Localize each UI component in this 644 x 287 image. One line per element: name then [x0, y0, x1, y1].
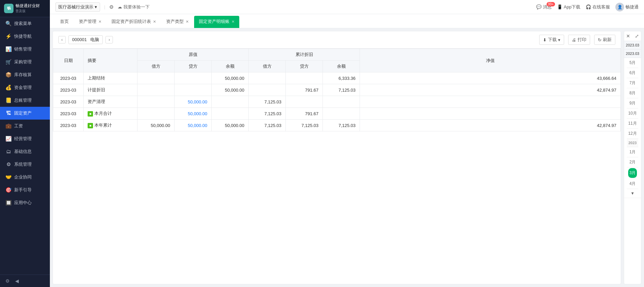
prev-asset-btn[interactable]: ‹ [58, 36, 66, 43]
sidebar-item-ledger[interactable]: 📒 总账管理 [0, 94, 50, 107]
sidebar-item-basic-info[interactable]: 🗂 基础信息 [0, 145, 50, 158]
table-row: 2023-03■本年累计50,000.0050,000.0050,000.007… [53, 120, 621, 131]
timeline-item[interactable]: 10月 [627, 108, 639, 119]
timeline-item[interactable]: 11月 [627, 119, 639, 129]
guide-icon: 🎯 [5, 187, 11, 193]
cell-accum-debit: 7,125.03 [249, 120, 286, 131]
cell-orig-balance [212, 96, 249, 108]
cell-orig-debit [137, 108, 175, 120]
sidebar-item-system[interactable]: ⚙ 系统管理 [0, 158, 50, 171]
close-panel-icon[interactable]: ✕ [625, 33, 632, 39]
sidebar-item-purchase[interactable]: 🛒 采购管理 [0, 56, 50, 68]
sidebar-logo: 畅 畅捷通好业财 普及版 [0, 0, 50, 17]
sidebar-item-sales[interactable]: 📊 销售管理 [0, 43, 50, 56]
sidebar-item-label: 资金管理 [14, 85, 32, 91]
cell-orig-credit [175, 84, 212, 96]
header-accum-balance: 余额 [323, 61, 360, 72]
sidebar-item-quick-nav[interactable]: ⚡ 快捷导航 [0, 30, 50, 43]
user-avatar-area[interactable]: 👤 畅捷通 [615, 3, 639, 11]
cell-orig-credit [175, 72, 212, 84]
app-center-icon: 🔲 [5, 200, 11, 206]
timeline-item[interactable]: 12月 [627, 129, 639, 139]
cell-net-value [360, 108, 621, 120]
sidebar-item-label: 基础信息 [14, 149, 32, 155]
header-original-value: 原值 [137, 49, 249, 61]
sidebar-collapse-icon[interactable]: ◀ [15, 278, 19, 284]
sidebar-item-app-center[interactable]: 🔲 应用中心 [0, 196, 50, 209]
quick-nav-icon: ⚡ [5, 33, 11, 39]
sidebar-item-guide[interactable]: 🎯 新手引导 [0, 184, 50, 196]
cell-accum-credit: 791.67 [286, 84, 323, 96]
cell-accum-balance: 6,333.36 [323, 72, 360, 84]
sidebar-item-inventory[interactable]: 📦 库存核算 [0, 68, 50, 81]
download-btn[interactable]: ⬇ 下载 ▾ [539, 35, 564, 45]
header-net-value: 净值 [360, 49, 621, 72]
topbar-settings-icon[interactable]: ⚙ [109, 4, 114, 10]
sidebar-settings-icon[interactable]: ⚙ [5, 278, 10, 284]
app-download-btn[interactable]: 📱 App下载 [557, 4, 580, 10]
sidebar-item-label: 总账管理 [14, 97, 32, 103]
topbar-experience[interactable]: ☁ 我要体验一下 [118, 4, 150, 10]
timeline-item[interactable]: 9月 [627, 98, 639, 108]
tab-asset-management[interactable]: 资产管理 ✕ [74, 16, 106, 28]
cell-orig-debit [137, 72, 175, 84]
tab-close-icon[interactable]: ✕ [98, 20, 101, 24]
timeline-item[interactable]: 4月 [627, 179, 639, 189]
timeline-item[interactable]: 1月 [627, 147, 639, 157]
timeline-item[interactable]: 5月 [627, 58, 639, 68]
asset-code: 000001 电脑 [68, 35, 103, 44]
sidebar-item-label: 系统管理 [14, 161, 32, 167]
tab-home[interactable]: 首页 [55, 16, 73, 28]
sidebar-item-salary[interactable]: 💼 工资 [0, 120, 50, 132]
cell-net-value: 43,666.64 [360, 72, 621, 84]
app-edition: 普及版 [16, 9, 40, 13]
refresh-btn[interactable]: ↻ 刷新 [594, 35, 615, 45]
cell-orig-credit: 50,000.00 [175, 96, 212, 108]
timeline-expand-btn[interactable]: ▼ [624, 189, 641, 198]
tab-close-icon[interactable]: ✕ [232, 20, 235, 24]
cell-orig-balance: 50,000.00 [212, 84, 249, 96]
tab-close-icon[interactable]: ✕ [186, 20, 189, 24]
messages-btn[interactable]: 💬 消息 99+ [536, 4, 552, 10]
avatar: 👤 [615, 3, 624, 11]
sidebar-item-company-collab[interactable]: 🤝 企业协同 [0, 171, 50, 184]
timeline-items: 5月6月7月8月9月10月11月12月20231月2月3月4月 [627, 58, 639, 189]
timeline-item[interactable]: 7月 [627, 78, 639, 88]
cell-accum-credit [286, 96, 323, 108]
timeline-item[interactable]: 6月 [627, 68, 639, 78]
print-btn[interactable]: 🖨 打印 [568, 35, 590, 45]
expand-panel-icon[interactable]: ⤢ [634, 33, 640, 39]
tab-asset-type[interactable]: 资产类型 ✕ [161, 16, 193, 28]
experience-label: 我要体验一下 [123, 4, 150, 10]
timeline-item[interactable]: 8月 [627, 88, 639, 98]
tab-fixed-asset-detail[interactable]: 固定资产明细账 ✕ [194, 16, 239, 28]
messages-badge: 99+ [547, 2, 555, 6]
sidebar-item-search[interactable]: 🔍 搜索菜单 [0, 17, 50, 30]
timeline-header-1: 2023.03 [624, 41, 641, 50]
sidebar-menu: 🔍 搜索菜单 ⚡ 快捷导航 📊 销售管理 🛒 采购管理 📦 库存核算 💰 资金管… [0, 17, 50, 275]
cell-date: 2023-03 [53, 108, 84, 120]
sidebar-item-fixed-assets[interactable]: 🏗 固定资产 [0, 107, 50, 120]
cell-date: 2023-03 [53, 84, 84, 96]
next-asset-btn[interactable]: › [105, 36, 113, 43]
cell-accum-balance: 7,125.03 [323, 84, 360, 96]
sidebar-item-operations[interactable]: 📈 经营管理 [0, 132, 50, 145]
content-area: ‹ 000001 电脑 › ⬇ 下载 ▾ 🖨 打印 [50, 28, 644, 287]
fixed-assets-icon: 🏗 [5, 110, 11, 116]
cell-desc: ■本月合计 [84, 108, 137, 120]
timeline-item[interactable]: 2023 [627, 139, 639, 147]
table-row: 2023-03资产清理50,000.007,125.03 [53, 96, 621, 108]
tab-depreciation-summary[interactable]: 固定资产折旧统计表 ✕ [107, 16, 161, 28]
cell-accum-debit [249, 72, 286, 84]
table-container: 日期 摘要 原值 累计折旧 净值 [53, 49, 621, 284]
timeline-item[interactable]: 2月 [627, 157, 639, 167]
sidebar-item-capital[interactable]: 💰 资金管理 [0, 81, 50, 94]
tab-home-label: 首页 [60, 19, 69, 25]
timeline-item[interactable]: 3月 [628, 168, 637, 178]
header-date: 日期 [53, 49, 84, 72]
ledger-table: 日期 摘要 原值 累计折旧 净值 [53, 49, 621, 131]
customer-service-btn[interactable]: 🎧 在线客服 [586, 4, 610, 10]
tab-close-icon[interactable]: ✕ [153, 20, 156, 24]
cell-accum-credit [286, 72, 323, 84]
company-selector[interactable]: 医疗器械行业演示 ▾ [55, 2, 100, 12]
